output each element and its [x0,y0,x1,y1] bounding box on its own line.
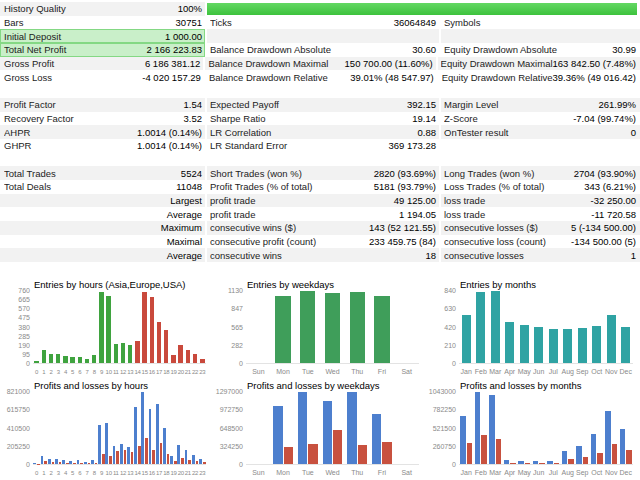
bar-group [320,392,345,464]
bar-group [83,392,90,464]
x-tick-label: 3 [55,470,62,476]
x-tick-label: Mar [488,368,503,375]
chart-body: 8210006157504105002052500012345678910111… [0,392,213,476]
profit-bar [141,392,144,464]
bar-group [394,392,419,464]
chart-entries-by-weekdays: Entries by weekdays 11308475652820SunMon… [213,276,426,377]
stat-value: -11 720.58 [591,209,636,220]
stat-cell: Average [0,248,205,262]
stats-row: Averageconsecutive wins18consecutive los… [0,248,640,262]
history-quality-bar [207,3,637,16]
stat-label: Gross Profit [4,58,145,69]
bar-group [619,291,634,363]
bars [246,392,419,465]
stat-cell: Gross Profit6 186 381.12 [0,57,203,71]
bar-group [184,291,191,363]
bar-group [112,392,119,464]
x-tick-label: Fri [370,368,395,375]
bar-group [98,392,105,464]
bar-group [112,291,119,363]
x-tick-label: Wed [320,469,345,476]
chart-title: Entries by hours (Asia,Europe,USA) [34,278,213,291]
stat-cell [207,29,439,43]
bar [157,322,161,363]
bar [592,326,601,363]
x-tick-label: 7 [83,470,90,476]
stat-value: 1 000.00 [165,31,202,42]
bar [142,292,146,364]
stat-label: Ticks [210,17,394,28]
x-tick-label: Feb [474,368,489,375]
x-tick-label: Nov [604,469,619,476]
x-tick-label: Tue [295,368,320,375]
x-tick-label: 21 [184,369,191,375]
x-tick-label: 10 [105,369,112,375]
bar-group [246,291,271,363]
stats-row: Maximumconsecutive wins ($)143 (52 121.5… [0,221,640,235]
bar [63,356,67,363]
stat-label: Equity Drawdown Absolute [444,44,612,55]
bar-group [155,291,162,363]
profit-bar [347,392,356,464]
x-tick-label: Dec [619,469,634,476]
bar-group [40,291,47,363]
loss-bar [358,445,367,464]
bar-group [590,392,605,464]
x-tick-label: 9 [98,470,105,476]
stat-value: 5181 (93.79%) [374,181,436,192]
bar [106,296,110,363]
bar [178,345,182,363]
x-tick-label: 23 [199,369,206,375]
stats-row: Profit Factor1.54Expected Payoff392.15Ma… [0,98,640,112]
profit-bar [576,446,582,464]
x-tick-label: 7 [83,369,90,375]
stats-row: Maximalconsecutive profit (count)233 459… [0,235,640,249]
stat-label: Loss Trades (% of total) [444,181,584,192]
stat-value: Average [167,250,202,261]
bar [200,359,204,363]
chart-body: 7606655704753802851909500123456789101112… [0,291,213,375]
stats-row: Total Trades5524Short Trades (won %)2820… [0,166,640,180]
stat-label: loss trade [444,209,591,220]
stat-label: Total Deals [4,181,176,192]
x-tick-label: Fri [370,469,395,476]
bar [114,344,118,363]
stat-cell: LR Standard Error369 173.28 [207,139,439,153]
bar-group [561,392,576,464]
bar [49,354,53,363]
x-tick-label: Sep [575,469,590,476]
chart-body: 10430007822505215002607500JanFebMarAprMa… [426,392,640,476]
stat-value: 49 125.00 [394,195,436,206]
profit-bar [149,409,152,464]
stat-value: 150 700.00 (11.60%) [345,58,433,69]
stat-label: consecutive losses ($) [444,222,571,233]
stat-cell: Loss Trades (% of total)343 (6.21%) [441,180,640,194]
stat-label: History Quality [4,3,178,14]
bar-group [40,392,47,464]
x-tick-label: 8 [91,369,98,375]
profit-bar [533,461,539,464]
profit-bar [504,460,510,464]
x-tick-label: Thu [345,469,370,476]
stat-label: profit trade [210,195,394,206]
stat-value: Maximum [161,222,202,233]
bar [491,291,500,363]
x-tick-label: 18 [163,369,170,375]
stat-cell: Equity Drawdown Maximal163 842.50 (7.48%… [438,57,640,71]
stats-row: Gross Profit6 186 381.12Balance Drawdown… [0,57,640,71]
bar [186,350,190,363]
profit-bar [163,428,166,464]
profit-bar [127,447,130,465]
profit-bar [170,456,173,464]
stats-row: Largestprofit trade49 125.00loss trade-3… [0,194,640,208]
x-tick-label: 6 [76,369,83,375]
stat-label: AHPR [4,127,137,138]
stat-value: -32 250.00 [591,195,636,206]
bar-group [47,392,54,464]
bar-group [62,392,69,464]
stat-cell: Equity Drawdown Relative39.36% (49 016.4… [439,70,640,84]
x-tick-label: 4 [62,470,69,476]
bar-group [459,291,474,363]
stat-value: 11048 [176,181,202,192]
bar [325,293,340,363]
